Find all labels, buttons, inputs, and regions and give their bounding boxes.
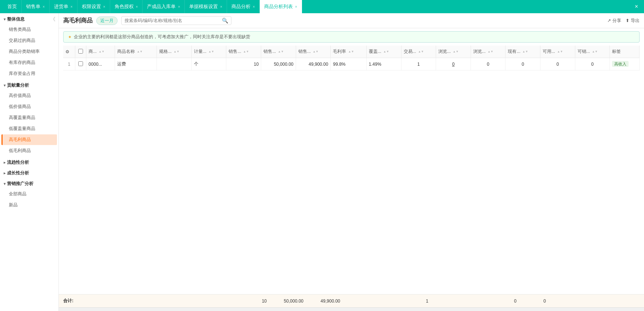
nav-product-in-close[interactable]: × (178, 5, 180, 9)
row-checkbox[interactable] (78, 61, 83, 66)
col-sellable[interactable]: 可销... ▲▼ (575, 46, 610, 58)
cell-sellable: 0 (575, 58, 610, 70)
nav-template[interactable]: 单据模板设置 × (185, 0, 227, 13)
nav-role[interactable]: 角色授权 × (110, 0, 143, 13)
footer-sales-qty: 10 (240, 299, 269, 304)
arrow-right-icon-2: ▸ (4, 171, 6, 175)
nav-product-analysis-close[interactable]: × (253, 5, 255, 9)
header-actions: ↗ 分享 ⬆ 导出 (607, 18, 640, 24)
nav-permission-close[interactable]: × (103, 5, 105, 9)
sort-arrows-sales-amount: ▲▼ (278, 50, 284, 53)
global-close-icon[interactable]: × (632, 3, 641, 10)
cell-spec (157, 58, 192, 70)
cell-sales-qty: 10 (226, 58, 261, 70)
sort-arrows-spec: ▲▼ (174, 50, 180, 53)
col-sales-cost[interactable]: 销售... ▲▼ (296, 46, 331, 58)
sidebar-item-category-rate[interactable]: 商品分类助销率 (1, 46, 57, 57)
nav-purchase[interactable]: 进货单 × (50, 0, 78, 13)
search-icon[interactable]: 🔍 (222, 18, 228, 23)
col-sales-qty[interactable]: 销售... ▲▼ (226, 46, 261, 58)
sidebar-group-growth[interactable]: ▸ 成长性分析 (0, 167, 58, 178)
nav-sales-close[interactable]: × (43, 5, 45, 9)
nav-product-analysis[interactable]: 商品分析 × (227, 0, 260, 13)
nav-permission[interactable]: 权限设置 × (78, 0, 110, 13)
nav-role-close[interactable]: × (136, 5, 138, 9)
export-button[interactable]: ⬆ 导出 (626, 18, 640, 24)
sidebar-item-traded-goods[interactable]: 交易过的商品 (1, 35, 57, 46)
sort-arrows-sales-qty: ▲▼ (243, 50, 249, 53)
sidebar-item-in-stock[interactable]: 有库存的商品 (1, 57, 57, 68)
cell-coverage: 1.49% (366, 58, 401, 70)
filter-recent-month-button[interactable]: 近一月 (96, 17, 118, 25)
top-nav: 首页 销售单 × 进货单 × 权限设置 × 角色授权 × 产成品入库单 × 单据… (0, 0, 644, 13)
col-sales-amount[interactable]: 销售... ▲▼ (261, 46, 296, 58)
col-current-stock[interactable]: 现有... ▲▼ (506, 46, 540, 58)
cell-sales-cost: 49,900.00 (296, 58, 331, 70)
sidebar-item-high-coverage[interactable]: 高覆盖量商品 (1, 112, 57, 123)
nav-product-in[interactable]: 产成品入库单 × (143, 0, 185, 13)
sort-arrows-coverage: ▲▼ (383, 50, 389, 53)
sidebar-group-flow[interactable]: ▸ 流趋性分析 (0, 156, 58, 167)
sidebar-collapse-button[interactable]: 《 (50, 16, 55, 23)
col-settings[interactable]: ⚙ (63, 46, 75, 58)
row-checkbox-cell (75, 58, 86, 70)
sort-arrows-browse1: ▲▼ (453, 50, 459, 53)
sort-arrows-browse2: ▲▼ (488, 50, 493, 53)
sidebar-item-new-goods[interactable]: 新品 (1, 200, 57, 210)
col-unit[interactable]: 计量... ▲▼ (191, 46, 226, 58)
nav-purchase-close[interactable]: × (71, 5, 73, 9)
col-transaction[interactable]: 交易... ▲▼ (401, 46, 436, 58)
sidebar: 《 ▾ 整体信息 销售类商品 交易过的商品 商品分类助销率 有库存的商品 库存资… (0, 13, 59, 311)
nav-product-analysis-list-close[interactable]: × (295, 5, 297, 9)
footer-transaction: 1 (401, 299, 431, 304)
sidebar-group-contribution[interactable]: ▾ 贡献量分析 (0, 79, 58, 90)
footer-current-stock: 0 (489, 299, 519, 304)
col-name[interactable]: 商品名称 ▲▼ (115, 46, 157, 58)
sidebar-item-high-value[interactable]: 高价值商品 (1, 90, 57, 101)
bottom-scrollbar[interactable] (59, 307, 644, 311)
nav-home[interactable]: 首页 (3, 0, 22, 13)
table-container[interactable]: ⚙ 商... ▲▼ 商品名称 ▲▼ 规格... (59, 46, 644, 294)
sort-arrows-unit: ▲▼ (208, 50, 214, 53)
col-spec[interactable]: 规格... ▲▼ (157, 46, 192, 58)
cell-current-stock: 0 (506, 58, 540, 70)
col-checkbox (75, 46, 86, 58)
footer-label: 合计: (63, 298, 137, 304)
sidebar-item-stock-capital[interactable]: 库存资金占用 (1, 68, 57, 79)
row-num: 1 (63, 58, 75, 70)
col-coverage[interactable]: 覆盖... ▲▼ (366, 46, 401, 58)
sort-arrows-transaction: ▲▼ (418, 50, 424, 53)
table-header-row: ⚙ 商... ▲▼ 商品名称 ▲▼ 规格... (63, 46, 640, 58)
sidebar-group-marketing[interactable]: ▾ 营销推广分析 (0, 178, 58, 188)
sidebar-item-high-margin[interactable]: 高毛利商品 (1, 134, 57, 145)
nav-template-close[interactable]: × (220, 5, 222, 9)
sort-arrows-sellable: ▲▼ (592, 50, 598, 53)
cell-browse1[interactable]: 0 (436, 58, 471, 70)
col-gross-margin[interactable]: 毛利率 ▲▼ (331, 46, 366, 58)
sidebar-item-all-goods[interactable]: 全部商品 (1, 189, 57, 199)
main-layout: 《 ▾ 整体信息 销售类商品 交易过的商品 商品分类助销率 有库存的商品 库存资… (0, 13, 644, 311)
sidebar-group-overall[interactable]: ▾ 整体信息 (0, 13, 58, 24)
sidebar-item-low-coverage[interactable]: 低覆盖量商品 (1, 123, 57, 134)
cell-available: 0 (540, 58, 575, 70)
search-input[interactable] (125, 18, 220, 23)
arrow-down-icon-2: ▾ (4, 83, 6, 87)
cell-sku-code: 0000... (86, 58, 115, 70)
select-all-checkbox[interactable] (78, 49, 83, 54)
footer-sales-amount: 50,000.00 (269, 299, 306, 304)
sidebar-item-low-margin[interactable]: 低毛利商品 (1, 145, 57, 156)
sidebar-item-low-value[interactable]: 低价值商品 (1, 101, 57, 112)
footer-total: 合计: 10 50,000.00 49,900.00 1 0 0 (59, 294, 644, 307)
col-available[interactable]: 可用... ▲▼ (540, 46, 575, 58)
col-sku-code[interactable]: 商... ▲▼ (86, 46, 115, 58)
col-browse2[interactable]: 浏览... ▲▼ (471, 46, 506, 58)
nav-sales[interactable]: 销售单 × (22, 0, 50, 13)
share-button[interactable]: ↗ 分享 (607, 18, 621, 24)
sort-arrows-sales-cost: ▲▼ (313, 50, 319, 53)
cell-transaction: 1 (401, 58, 436, 70)
table-row: 1 0000... 运费 个 10 50,000.00 49,900.00 99… (63, 58, 640, 70)
nav-product-analysis-list[interactable]: 商品分析列表 × (260, 0, 302, 13)
sidebar-item-sales-goods[interactable]: 销售类商品 (1, 24, 57, 35)
tip-icon: ✦ (68, 35, 72, 40)
col-browse1[interactable]: 浏览... ▲▼ (436, 46, 471, 58)
